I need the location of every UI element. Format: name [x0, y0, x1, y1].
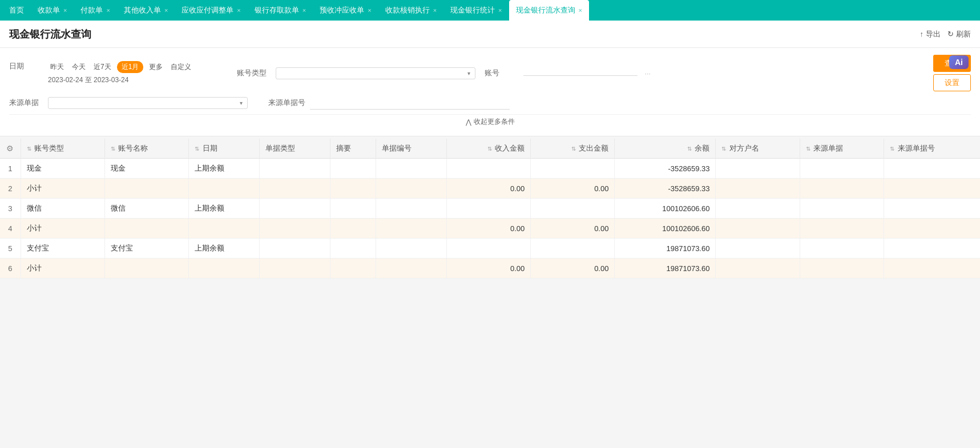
sort-icon[interactable]: ⇅: [487, 146, 492, 152]
sort-icon[interactable]: ⇅: [111, 146, 115, 152]
cell-income: 0.00: [447, 259, 531, 279]
export-button[interactable]: ↑ 导出: [920, 29, 941, 39]
cell-source-doc-num: [884, 219, 980, 239]
cell-doc-num: [376, 239, 446, 259]
account-type-select[interactable]: ▾: [276, 67, 475, 79]
date-yesterday[interactable]: 昨天: [48, 61, 66, 73]
date-today[interactable]: 今天: [70, 61, 88, 73]
table-row: 5支付宝支付宝上期余额19871073.60: [0, 239, 980, 259]
cell-account-type: 小计: [21, 219, 104, 239]
close-advance-icon[interactable]: ×: [368, 0, 371, 21]
cell-source-doc: [800, 199, 884, 219]
filter-row-source: 来源单据 ▾ 来源单据号: [9, 96, 971, 110]
cell-summary: [330, 219, 376, 239]
table-row: 4小计0.000.00100102606.60: [0, 219, 980, 239]
source-doc-num-label: 来源单据号: [268, 98, 305, 108]
table-header-row: ⚙ ⇅ 账号类型 ⇅ 账号名称 ⇅ 日期 单据类型 摘要: [0, 139, 980, 159]
data-table: ⚙ ⇅ 账号类型 ⇅ 账号名称 ⇅ 日期 单据类型 摘要: [0, 139, 980, 279]
cell-account-name: [104, 219, 188, 239]
page-title: 现金银行流水查询: [9, 27, 91, 41]
sort-icon[interactable]: ⇅: [571, 146, 576, 152]
sort-icon[interactable]: ⇅: [687, 146, 692, 152]
close-bank-deposit-icon[interactable]: ×: [303, 0, 306, 21]
close-other-income-icon[interactable]: ×: [164, 0, 168, 21]
collapse-button[interactable]: ⋀ 收起更多条件: [9, 114, 971, 129]
sort-icon[interactable]: ⇅: [195, 146, 199, 152]
nav-adjustment[interactable]: 应收应付调整单 ×: [175, 0, 247, 21]
row-number: 3: [0, 199, 21, 219]
cell-doc-num: [376, 159, 446, 179]
cell-summary: [330, 179, 376, 199]
cell-account-type: 小计: [21, 259, 104, 279]
source-doc-select[interactable]: ▾: [48, 97, 248, 109]
cell-expense: [531, 199, 615, 219]
nav-receipt[interactable]: 收款单 ×: [31, 0, 74, 21]
nav-advance[interactable]: 预收冲应收单 ×: [313, 0, 378, 21]
cell-date: [188, 179, 259, 199]
cell-source-doc: [800, 179, 884, 199]
cell-doc-num: [376, 199, 446, 219]
account-type-label: 账号类型: [237, 68, 271, 78]
cell-summary: [330, 259, 376, 279]
cell-counterparty: [716, 179, 800, 199]
cell-counterparty: [716, 159, 800, 179]
col-date: ⇅ 日期: [188, 139, 259, 159]
cell-doc-type: [260, 159, 330, 179]
close-collection-icon[interactable]: ×: [433, 0, 437, 21]
table-row: 6小计0.000.0019871073.60: [0, 259, 980, 279]
cell-expense: 0.00: [531, 179, 615, 199]
nav-bank-flow[interactable]: 现金银行流水查询 ×: [509, 0, 589, 21]
col-doc-type: 单据类型: [260, 139, 330, 159]
account-input[interactable]: [523, 71, 638, 76]
cell-source-doc-num: [884, 179, 980, 199]
cell-date: 上期余额: [188, 199, 259, 219]
cell-balance: 100102606.60: [615, 199, 716, 219]
cell-doc-num: [376, 179, 446, 199]
close-payment-icon[interactable]: ×: [106, 0, 110, 21]
cell-balance: -3528659.33: [615, 179, 716, 199]
cell-income: [447, 199, 531, 219]
cell-expense: 0.00: [531, 219, 615, 239]
close-adjustment-icon[interactable]: ×: [237, 0, 240, 21]
table-body: 1现金现金上期余额-3528659.332小计0.000.00-3528659.…: [0, 159, 980, 279]
close-bank-flow-icon[interactable]: ×: [579, 0, 582, 21]
account-label: 账号: [485, 68, 519, 78]
nav-payment[interactable]: 付款单 ×: [74, 0, 116, 21]
cell-expense: [531, 159, 615, 179]
chevron-up-icon: ⋀: [466, 118, 471, 126]
ai-badge[interactable]: Ai: [949, 55, 969, 69]
account-type-filter: 账号类型 ▾: [237, 67, 475, 79]
cell-doc-num: [376, 219, 446, 239]
close-bank-stats-icon[interactable]: ×: [498, 0, 502, 21]
nav-other-income[interactable]: 其他收入单 ×: [117, 0, 175, 21]
sort-icon[interactable]: ⇅: [806, 146, 810, 152]
nav-bank-stats[interactable]: 现金银行统计 ×: [443, 0, 509, 21]
close-receipt-icon[interactable]: ×: [63, 0, 67, 21]
table-row: 3微信微信上期余额100102606.60: [0, 199, 980, 219]
cell-account-type: 支付宝: [21, 239, 104, 259]
source-doc-num-input[interactable]: [310, 96, 510, 110]
cell-account-type: 小计: [21, 179, 104, 199]
date-7days[interactable]: 近7天: [91, 61, 114, 73]
date-more[interactable]: 更多: [147, 61, 165, 73]
sort-icon[interactable]: ⇅: [890, 146, 894, 152]
col-expense: ⇅ 支出金额: [531, 139, 615, 159]
source-doc-label: 来源单据: [9, 98, 43, 108]
table-row: 1现金现金上期余额-3528659.33: [0, 159, 980, 179]
settings-button[interactable]: 设置: [933, 74, 971, 91]
row-number: 1: [0, 159, 21, 179]
row-number: 2: [0, 179, 21, 199]
refresh-button[interactable]: ↻ 刷新: [947, 29, 971, 39]
nav-collection[interactable]: 收款核销执行 ×: [378, 0, 443, 21]
cell-balance: 19871073.60: [615, 239, 716, 259]
sort-icon[interactable]: ⇅: [721, 146, 726, 152]
date-custom[interactable]: 自定义: [168, 61, 193, 73]
dots-icon[interactable]: ···: [644, 69, 651, 78]
nav-home[interactable]: 首页: [2, 0, 31, 21]
sort-icon[interactable]: ⇅: [27, 146, 31, 152]
nav-bank-deposit[interactable]: 银行存取款单 ×: [248, 0, 313, 21]
cell-income: 0.00: [447, 179, 531, 199]
date-1month[interactable]: 近1月: [117, 61, 144, 73]
cell-doc-type: [260, 259, 330, 279]
gear-icon[interactable]: ⚙: [6, 144, 14, 153]
